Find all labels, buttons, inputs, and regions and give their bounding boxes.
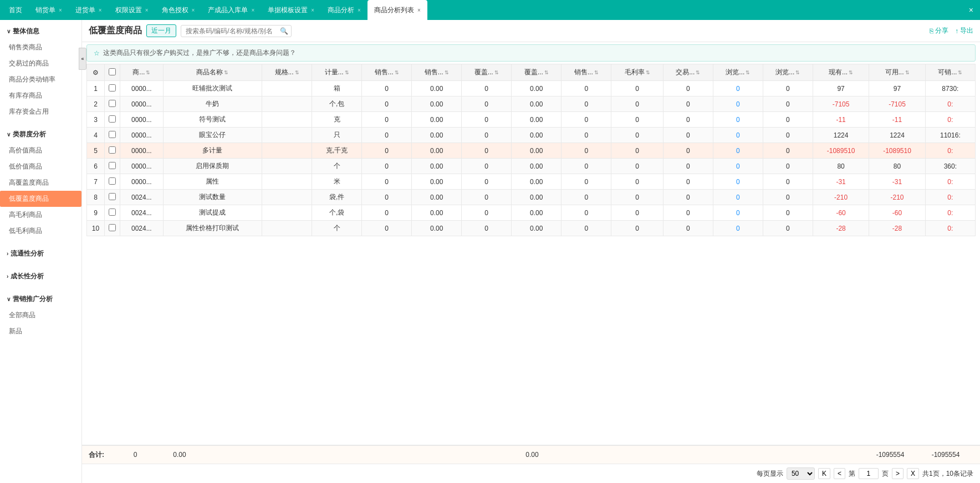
nav-tab-product-analysis-list[interactable]: 商品分析列表 × [368,0,427,20]
row-select-checkbox[interactable] [109,100,116,107]
sort-icon-coverage1[interactable]: ⇅ [494,70,499,75]
sidebar-item-sales-goods[interactable]: 销售类商品 [0,39,81,55]
sidebar-item-high-value[interactable]: 高价值商品 [0,143,81,159]
sidebar-item-high-margin[interactable]: 高毛利商品 [0,207,81,223]
search-input[interactable] [181,25,292,37]
last-page-button[interactable]: X [907,468,919,479]
nav-tab-permissions[interactable]: 权限设置 × [109,0,155,20]
row-select-checkbox[interactable] [109,224,116,231]
select-all-checkbox[interactable] [109,68,116,75]
sort-icon-saleable[interactable]: ⇅ [958,70,962,75]
row-select-checkbox[interactable] [109,131,116,138]
sort-icon-current[interactable]: ⇅ [849,70,853,75]
sidebar-group-overall[interactable]: ∨ 整体信息 [0,23,81,39]
row-checkbox[interactable] [105,96,120,112]
nav-tab-finished-goods[interactable]: 产成品入库单 × [201,0,261,20]
first-page-button[interactable]: K [818,468,830,479]
sort-icon-unit[interactable]: ⇅ [345,70,349,75]
next-page-button[interactable]: > [892,468,904,479]
sort-icon-name[interactable]: ⇅ [224,70,228,75]
row-select-checkbox[interactable] [109,162,116,169]
search-icon[interactable]: 🔍 [280,27,288,35]
close-all-button[interactable]: × [964,6,978,14]
row-checkbox[interactable] [105,174,120,190]
nav-tab-product-analysis-list-close[interactable]: × [417,7,421,13]
row-select-checkbox[interactable] [109,84,116,91]
sort-icon-margin[interactable]: ⇅ [646,70,650,75]
nav-tab-roles-close[interactable]: × [192,7,195,13]
per-page-select[interactable]: 50 100 200 [787,467,815,480]
row-browse1[interactable]: 0 [713,174,763,190]
row-browse1[interactable]: 0 [713,221,763,236]
sidebar-item-low-margin[interactable]: 低毛利商品 [0,223,81,239]
sort-icon-available[interactable]: ⇅ [905,70,910,75]
sidebar-group-cluster[interactable]: ∨ 类群度分析 [0,126,81,143]
th-checkbox[interactable] [105,64,120,81]
nav-tab-purchase[interactable]: 进货单 × [69,0,109,20]
sidebar-item-all-goods[interactable]: 全部商品 [0,307,81,323]
page-number-input[interactable] [859,468,879,479]
row-coverage2: 0.00 [512,190,562,205]
nav-tab-sales-close[interactable]: × [59,7,62,13]
row-browse1[interactable]: 0 [713,143,763,159]
sidebar-item-stock-capital[interactable]: 库存资金占用 [0,104,81,120]
nav-tab-product-analysis[interactable]: 商品分析 × [321,0,368,20]
row-checkbox[interactable] [105,112,120,128]
sidebar-group-marketing[interactable]: ∨ 营销推广分析 [0,291,81,307]
row-select-checkbox[interactable] [109,146,116,154]
sidebar-group-circulation[interactable]: › 流通性分析 [0,246,81,262]
row-checkbox[interactable] [105,143,120,159]
row-checkbox[interactable] [105,81,120,96]
sidebar-item-new-goods[interactable]: 新品 [0,323,81,339]
export-button[interactable]: ↑ 导出 [955,26,973,35]
row-browse1[interactable]: 0 [713,190,763,205]
nav-tab-template[interactable]: 单据模板设置 × [261,0,321,20]
sort-icon-spec[interactable]: ⇅ [295,70,299,75]
row-browse1[interactable]: 0 [713,96,763,112]
sidebar-item-low-coverage[interactable]: 低覆盖度商品 [0,191,81,207]
sidebar-group-growth[interactable]: › 成长性分析 [0,268,81,284]
sort-icon-coverage2[interactable]: ⇅ [544,70,549,75]
sort-icon-sales1[interactable]: ⇅ [395,70,399,75]
row-select-checkbox[interactable] [109,177,116,185]
sidebar-item-low-value[interactable]: 低价值商品 [0,159,81,175]
filter-button[interactable]: 近一月 [146,24,176,37]
nav-tab-template-close[interactable]: × [311,7,314,13]
nav-tab-roles[interactable]: 角色授权 × [155,0,202,20]
sidebar-collapse-button[interactable]: « [79,48,86,70]
sort-icon-transaction[interactable]: ⇅ [696,70,700,75]
nav-tab-permissions-close[interactable]: × [145,7,149,13]
share-button[interactable]: ⎘ 分享 [930,26,948,35]
row-select-checkbox[interactable] [109,193,116,200]
row-select-checkbox[interactable] [109,115,116,123]
row-browse1[interactable]: 0 [713,159,763,174]
row-browse1[interactable]: 0 [713,112,763,128]
row-sales3: 0 [562,128,611,143]
sort-icon-sales3[interactable]: ⇅ [594,70,599,75]
nav-tab-purchase-close[interactable]: × [99,7,102,13]
nav-tab-finished-goods-close[interactable]: × [251,7,254,13]
row-checkbox[interactable] [105,159,120,174]
nav-tab-product-analysis-close[interactable]: × [358,7,361,13]
row-browse1[interactable]: 0 [713,128,763,143]
th-settings[interactable]: ⚙ [87,64,105,81]
sidebar-item-in-stock[interactable]: 有库存商品 [0,88,81,104]
nav-tab-sales[interactable]: 销货单 × [29,0,69,20]
row-checkbox[interactable] [105,221,120,236]
sort-icon-code[interactable]: ⇅ [146,70,150,75]
sidebar-item-traded-goods[interactable]: 交易过的商品 [0,55,81,72]
row-name: 测试数量 [163,190,262,205]
prev-page-button[interactable]: < [834,468,845,479]
row-select-checkbox[interactable] [109,209,116,216]
nav-tab-home[interactable]: 首页 [2,0,29,20]
sort-icon-sales2[interactable]: ⇅ [445,70,449,75]
sidebar-item-high-coverage[interactable]: 高覆盖度商品 [0,175,81,191]
row-checkbox[interactable] [105,205,120,221]
sort-icon-browse1[interactable]: ⇅ [746,70,750,75]
row-browse1[interactable]: 0 [713,205,763,221]
row-checkbox[interactable] [105,190,120,205]
sidebar-item-category-rate[interactable]: 商品分类动销率 [0,72,81,88]
row-browse1[interactable]: 0 [713,81,763,96]
sort-icon-browse2[interactable]: ⇅ [795,70,800,75]
row-checkbox[interactable] [105,128,120,143]
